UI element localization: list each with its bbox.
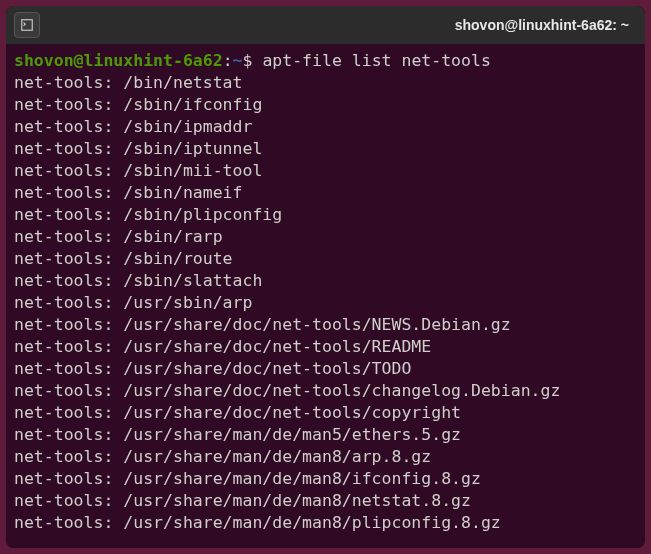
output-line: net-tools: /usr/share/man/de/man8/plipco… bbox=[14, 512, 637, 534]
titlebar-left bbox=[14, 12, 40, 38]
prompt-line: shovon@linuxhint-6a62:~$ apt-file list n… bbox=[14, 50, 637, 72]
prompt-user-host: shovon@linuxhint-6a62 bbox=[14, 51, 223, 70]
titlebar[interactable]: shovon@linuxhint-6a62: ~ bbox=[6, 6, 645, 44]
terminal-window: shovon@linuxhint-6a62: ~ shovon@linuxhin… bbox=[6, 6, 645, 548]
svg-rect-0 bbox=[22, 20, 33, 31]
output-line: net-tools: /usr/share/doc/net-tools/chan… bbox=[14, 380, 637, 402]
output-line: net-tools: /sbin/nameif bbox=[14, 182, 637, 204]
output-line: net-tools: /usr/share/doc/net-tools/copy… bbox=[14, 402, 637, 424]
output-line: net-tools: /usr/share/man/de/man8/ifconf… bbox=[14, 468, 637, 490]
output-line: net-tools: /sbin/iptunnel bbox=[14, 138, 637, 160]
output-line: net-tools: /usr/sbin/arp bbox=[14, 292, 637, 314]
prompt-separator: : bbox=[223, 51, 233, 70]
prompt-path: ~ bbox=[233, 51, 243, 70]
output-line: net-tools: /usr/share/doc/net-tools/READ… bbox=[14, 336, 637, 358]
window-title: shovon@linuxhint-6a62: ~ bbox=[40, 17, 637, 33]
output-line: net-tools: /sbin/rarp bbox=[14, 226, 637, 248]
output-line: net-tools: /usr/share/man/de/man8/netsta… bbox=[14, 490, 637, 512]
output-line: net-tools: /usr/share/man/de/man8/arp.8.… bbox=[14, 446, 637, 468]
output-line: net-tools: /sbin/plipconfig bbox=[14, 204, 637, 226]
output-line: net-tools: /sbin/ifconfig bbox=[14, 94, 637, 116]
terminal-icon bbox=[20, 18, 34, 32]
terminal-body[interactable]: shovon@linuxhint-6a62:~$ apt-file list n… bbox=[6, 44, 645, 548]
output-line: net-tools: /sbin/ipmaddr bbox=[14, 116, 637, 138]
new-tab-button[interactable] bbox=[14, 12, 40, 38]
output-line: net-tools: /usr/share/doc/net-tools/TODO bbox=[14, 358, 637, 380]
output-line: net-tools: /usr/share/doc/net-tools/NEWS… bbox=[14, 314, 637, 336]
output-line: net-tools: /bin/netstat bbox=[14, 72, 637, 94]
output-line: net-tools: /sbin/route bbox=[14, 248, 637, 270]
command-text: apt-file list net-tools bbox=[252, 51, 490, 70]
prompt-symbol: $ bbox=[243, 51, 253, 70]
output-line: net-tools: /sbin/mii-tool bbox=[14, 160, 637, 182]
output-line: net-tools: /sbin/slattach bbox=[14, 270, 637, 292]
output-container: net-tools: /bin/netstatnet-tools: /sbin/… bbox=[14, 72, 637, 534]
output-line: net-tools: /usr/share/man/de/man5/ethers… bbox=[14, 424, 637, 446]
